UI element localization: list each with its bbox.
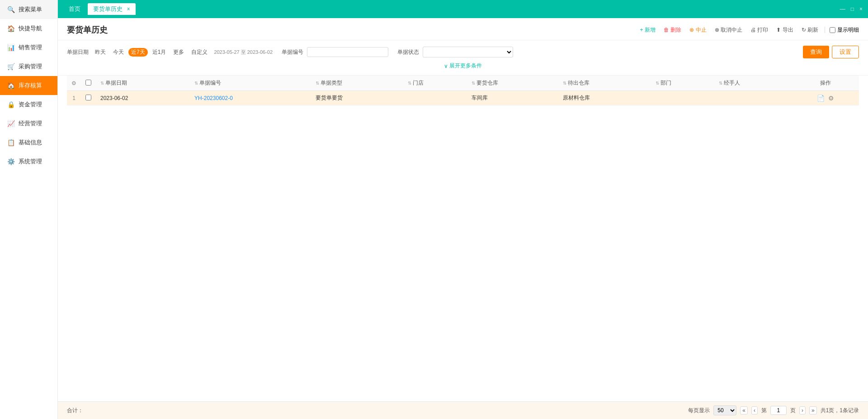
export-button[interactable]: ⬆ 导出 bbox=[774, 25, 795, 35]
maximize-btn[interactable]: □ bbox=[851, 6, 854, 12]
row-handler bbox=[714, 91, 792, 105]
date-filter-buttons: 昨天 今天 近7天 近1月 更多 自定义 bbox=[92, 48, 210, 57]
th-doc-no[interactable]: 单据编号 bbox=[190, 76, 311, 91]
row-req-warehouse: 车间库 bbox=[467, 91, 558, 105]
ops-icon: 📈 bbox=[7, 120, 15, 127]
topbar-right: — □ × bbox=[840, 6, 863, 12]
sales-icon: 📊 bbox=[7, 44, 15, 51]
status-select[interactable] bbox=[423, 47, 513, 57]
date-filter-group: 单据日期 昨天 今天 近7天 近1月 更多 自定义 2023-05-27 至 2… bbox=[67, 48, 273, 57]
sys-mgmt-icon: ⚙️ bbox=[7, 158, 15, 165]
purchase-icon: 🛒 bbox=[7, 63, 15, 70]
row-doc-type: 要货单要货 bbox=[311, 91, 404, 105]
stop-button[interactable]: ⊗ 中止 bbox=[688, 25, 708, 35]
filter-actions: 查询 设置 bbox=[803, 46, 859, 58]
doc-no-input[interactable] bbox=[307, 47, 388, 57]
toolbar-divider bbox=[825, 27, 825, 33]
per-page-label: 每页显示 bbox=[688, 407, 710, 414]
select-all-checkbox[interactable] bbox=[85, 80, 91, 86]
sidebar-item-purchase[interactable]: 🛒 采购管理 bbox=[0, 57, 57, 76]
date-btn-more[interactable]: 更多 bbox=[170, 48, 187, 57]
quick-nav-icon: 🏠 bbox=[7, 25, 15, 32]
table-row: 1 2023-06-02 YH-20230602-0 要货单要货 车间库 原材料… bbox=[67, 91, 859, 105]
tab-close-icon[interactable]: × bbox=[127, 6, 130, 12]
th-req-warehouse[interactable]: 要货仓库 bbox=[467, 76, 558, 91]
row-dept bbox=[651, 91, 715, 105]
date-btn-7days[interactable]: 近7天 bbox=[128, 48, 148, 57]
th-dept[interactable]: 部门 bbox=[651, 76, 715, 91]
sidebar-item-label: 搜索菜单 bbox=[19, 5, 42, 14]
sidebar-item-label: 采购管理 bbox=[19, 62, 42, 71]
first-page-btn[interactable]: « bbox=[740, 406, 748, 414]
tab-home[interactable]: 首页 bbox=[63, 3, 86, 15]
row-action-settings-icon[interactable]: ⚙ bbox=[828, 95, 834, 102]
minimize-btn[interactable]: — bbox=[840, 6, 845, 12]
prev-page-btn[interactable]: ‹ bbox=[751, 406, 758, 414]
date-btn-custom[interactable]: 自定义 bbox=[189, 48, 210, 57]
display-detail-checkbox[interactable] bbox=[830, 27, 835, 33]
last-page-btn[interactable]: » bbox=[809, 406, 817, 414]
sidebar-item-label: 基础信息 bbox=[19, 138, 42, 147]
th-store[interactable]: 门店 bbox=[403, 76, 467, 91]
sidebar-item-inventory[interactable]: 🏠 库存核算 bbox=[0, 76, 57, 95]
next-page-btn[interactable]: › bbox=[799, 406, 806, 414]
row-store bbox=[403, 91, 467, 105]
add-button[interactable]: + 新增 bbox=[638, 25, 657, 35]
sidebar-item-basic-info[interactable]: 📋 基础信息 bbox=[0, 133, 57, 152]
sidebar-item-quick-nav[interactable]: 🏠 快捷导航 bbox=[0, 19, 57, 38]
main-area: 首页 要货单历史 × — □ × 要货单历史 + 新增 🗑 删除 ⊗ 中止 ⊗ … bbox=[58, 0, 868, 419]
date-range-display: 2023-05-27 至 2023-06-02 bbox=[214, 49, 273, 55]
th-handler[interactable]: 经手人 bbox=[714, 76, 792, 91]
print-button[interactable]: 🖨 打印 bbox=[749, 25, 770, 35]
date-btn-today[interactable]: 今天 bbox=[110, 48, 127, 57]
filter-row-2: ∨ 展开更多条件 bbox=[67, 62, 859, 70]
sidebar-item-search-menu[interactable]: 🔍 搜索菜单 bbox=[0, 0, 57, 19]
status-label: 单据状态 bbox=[397, 48, 419, 56]
filter-row-1: 单据日期 昨天 今天 近7天 近1月 更多 自定义 2023-05-27 至 2… bbox=[67, 46, 859, 58]
pagination: 每页显示 10 20 50 100 « ‹ 第 页 › » 共1页，1条记录 bbox=[688, 405, 859, 415]
query-button[interactable]: 查询 bbox=[803, 46, 829, 58]
th-doc-type[interactable]: 单据类型 bbox=[311, 76, 404, 91]
row-checkbox-cell bbox=[81, 91, 96, 105]
settings-button[interactable]: 设置 bbox=[832, 46, 859, 58]
content-area: 要货单历史 + 新增 🗑 删除 ⊗ 中止 ⊗ 取消中止 🖨 打印 ⬆ 导出 ↻ … bbox=[58, 18, 868, 419]
sidebar: 🔍 搜索菜单 🏠 快捷导航 📊 销售管理 🛒 采购管理 🏠 库存核算 🔒 资金管… bbox=[0, 0, 58, 419]
sidebar-item-ops[interactable]: 📈 经营管理 bbox=[0, 114, 57, 133]
th-date[interactable]: 单据日期 bbox=[96, 76, 190, 91]
doc-no-link[interactable]: YH-20230602-0 bbox=[194, 95, 233, 101]
th-pending-warehouse[interactable]: 待出仓库 bbox=[558, 76, 651, 91]
page-number-input[interactable] bbox=[770, 406, 787, 415]
sidebar-item-label: 系统管理 bbox=[19, 157, 42, 166]
tab-active[interactable]: 要货单历史 × bbox=[88, 3, 136, 15]
delete-button[interactable]: 🗑 删除 bbox=[662, 25, 683, 35]
row-action-view-icon[interactable]: 📄 bbox=[817, 95, 825, 102]
tab-label: 要货单历史 bbox=[93, 5, 123, 12]
date-btn-1month[interactable]: 近1月 bbox=[150, 48, 169, 57]
sidebar-item-label: 库存核算 bbox=[19, 81, 42, 90]
basic-info-icon: 📋 bbox=[7, 139, 15, 146]
inventory-icon: 🏠 bbox=[7, 82, 15, 89]
sidebar-item-finance[interactable]: 🔒 资金管理 bbox=[0, 95, 57, 114]
page-title: 要货单历史 bbox=[67, 24, 108, 35]
search-menu-icon: 🔍 bbox=[7, 6, 15, 13]
expand-label: 展开更多条件 bbox=[449, 62, 482, 70]
refresh-button[interactable]: ↻ 刷新 bbox=[800, 25, 820, 35]
per-page-select[interactable]: 10 20 50 100 bbox=[713, 405, 736, 415]
row-checkbox[interactable] bbox=[85, 95, 91, 100]
row-pending-warehouse: 原材料仓库 bbox=[558, 91, 651, 105]
table-footer: 合计： 每页显示 10 20 50 100 « ‹ 第 页 › » 共1页，1条… bbox=[58, 401, 868, 419]
row-date: 2023-06-02 bbox=[96, 91, 190, 105]
sidebar-item-sys-mgmt[interactable]: ⚙️ 系统管理 bbox=[0, 152, 57, 171]
expand-filter-button[interactable]: ∨ 展开更多条件 bbox=[444, 62, 482, 70]
sidebar-item-sales[interactable]: 📊 销售管理 bbox=[0, 38, 57, 57]
display-detail-toggle[interactable]: 显示明细 bbox=[830, 26, 859, 34]
cancel-stop-button[interactable]: ⊗ 取消中止 bbox=[713, 25, 744, 35]
date-btn-yesterday[interactable]: 昨天 bbox=[92, 48, 108, 57]
close-window-btn[interactable]: × bbox=[859, 6, 863, 12]
table-area: ⚙ 单据日期 单据编号 单据类型 门店 要货仓库 待出仓库 部门 经手人 操 bbox=[58, 76, 868, 401]
display-detail-label: 显示明细 bbox=[837, 26, 859, 34]
data-table: ⚙ 单据日期 单据编号 单据类型 门店 要货仓库 待出仓库 部门 经手人 操 bbox=[67, 76, 859, 105]
table-settings-icon[interactable]: ⚙ bbox=[71, 80, 76, 86]
sidebar-item-label: 资金管理 bbox=[19, 100, 42, 109]
row-doc-no: YH-20230602-0 bbox=[190, 91, 311, 105]
